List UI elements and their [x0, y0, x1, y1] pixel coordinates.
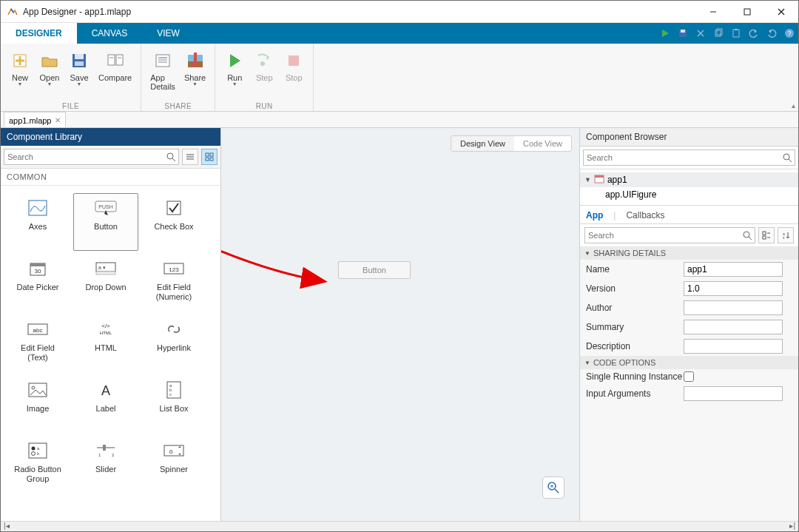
- cut-quick-icon[interactable]: [692, 23, 709, 44]
- categorized-view-button[interactable]: [758, 227, 775, 243]
- hyperlink-icon: [165, 320, 183, 339]
- version-input[interactable]: [684, 281, 783, 296]
- component-spinner[interactable]: 0Spinner: [141, 436, 206, 494]
- scroll-right-icon[interactable]: ▸|: [789, 522, 795, 531]
- canvas-button-component[interactable]: Button: [338, 261, 411, 279]
- run-button[interactable]: Run▼: [220, 47, 249, 102]
- component-list-box[interactable]: abcList Box: [141, 375, 206, 433]
- help-quick-icon[interactable]: ?: [781, 23, 798, 44]
- scroll-left-icon[interactable]: |◂: [4, 522, 10, 531]
- callbacks-tab[interactable]: Callbacks: [626, 210, 664, 220]
- component-button[interactable]: PUSHButton: [73, 193, 138, 251]
- minimize-button[interactable]: [696, 1, 730, 23]
- app-tab[interactable]: App: [586, 210, 603, 220]
- svg-text:30: 30: [35, 268, 41, 275]
- component-html[interactable]: </>HTMLHTML: [73, 314, 138, 372]
- app-details-icon: [152, 48, 173, 73]
- copy-quick-icon[interactable]: [709, 23, 727, 44]
- zoom-fit-button[interactable]: [542, 477, 564, 499]
- component-image[interactable]: Image: [5, 375, 70, 433]
- group-file-label: FILE: [5, 102, 136, 111]
- save-icon: [69, 48, 90, 73]
- component-axes[interactable]: Axes: [5, 193, 70, 251]
- design-view-button[interactable]: Design View: [451, 136, 514, 151]
- svg-rect-31: [194, 53, 197, 67]
- code-options-section[interactable]: ▼CODE OPTIONS: [580, 356, 798, 369]
- redo-quick-icon[interactable]: [763, 23, 781, 44]
- category-common-header: COMMON: [1, 169, 220, 186]
- svg-text:a ▾: a ▾: [98, 265, 106, 270]
- share-button[interactable]: Share▼: [180, 47, 210, 102]
- svg-text:2: 2: [112, 453, 115, 457]
- component-slider[interactable]: 12Slider: [73, 436, 138, 494]
- horizontal-scroll-bar[interactable]: |◂ ▸|: [1, 521, 798, 531]
- svg-rect-67: [29, 443, 47, 458]
- sharing-details-section[interactable]: ▼SHARING DETAILS: [580, 246, 798, 260]
- summary-input[interactable]: [684, 320, 783, 334]
- listbox-icon: abc: [166, 380, 181, 400]
- author-label: Author: [586, 303, 684, 313]
- component-label[interactable]: ALabel: [73, 375, 138, 433]
- document-tab-close-icon[interactable]: ✕: [55, 116, 61, 124]
- description-input[interactable]: [684, 339, 783, 354]
- alphabetical-view-button[interactable]: az: [778, 227, 794, 243]
- component-radio-button-group[interactable]: abRadio Button Group: [5, 436, 70, 494]
- svg-text:123: 123: [169, 266, 179, 273]
- svg-rect-1: [744, 9, 750, 15]
- search-icon: [166, 152, 176, 165]
- tree-child[interactable]: app.UIFigure: [580, 187, 798, 202]
- property-search-input[interactable]: [584, 227, 755, 243]
- view-list-button[interactable]: [182, 149, 198, 165]
- numeric-field-icon: 123: [163, 259, 184, 278]
- html-icon: </>HTML: [96, 320, 115, 339]
- component-edit-field-text[interactable]: abcEdit Field (Text): [5, 314, 70, 372]
- view-grid-button[interactable]: [201, 149, 218, 165]
- open-icon: [39, 48, 60, 73]
- input-arguments-input[interactable]: [684, 386, 783, 401]
- svg-rect-34: [289, 55, 299, 66]
- open-button[interactable]: Open▼: [35, 47, 64, 102]
- single-running-instance-checkbox[interactable]: [684, 371, 694, 382]
- compare-label: Compare: [98, 73, 132, 82]
- tree-root[interactable]: ▼ app1: [580, 172, 798, 187]
- view-toggle: Design View Code View: [451, 135, 572, 152]
- new-button[interactable]: New▼: [5, 47, 35, 102]
- maximize-button[interactable]: [730, 1, 764, 23]
- name-input[interactable]: [684, 262, 783, 277]
- component-date-picker[interactable]: 30Date Picker: [5, 254, 70, 312]
- text-field-icon: abc: [27, 320, 48, 339]
- code-view-button[interactable]: Code View: [514, 136, 571, 151]
- component-search-input[interactable]: [4, 149, 179, 165]
- svg-rect-20: [75, 61, 84, 66]
- run-icon: [224, 48, 245, 73]
- close-button[interactable]: [764, 1, 798, 23]
- svg-text:HTML: HTML: [100, 331, 112, 335]
- toolstrip: New▼ Open▼ Save▼ Compare▼ FILE: [1, 44, 798, 112]
- checkbox-icon: [166, 198, 182, 218]
- component-edit-field-numeric[interactable]: 123Edit Field (Numeric): [141, 254, 206, 312]
- paste-quick-icon[interactable]: [727, 23, 745, 44]
- document-tab[interactable]: app1.mlapp ✕: [4, 112, 66, 127]
- compare-button[interactable]: Compare▼: [94, 47, 136, 102]
- svg-point-61: [32, 386, 35, 389]
- undo-quick-icon[interactable]: [745, 23, 763, 44]
- author-input[interactable]: [684, 300, 783, 315]
- expand-icon[interactable]: ▼: [584, 176, 591, 183]
- design-canvas-panel: Design View Code View Button: [221, 128, 579, 521]
- svg-rect-10: [735, 29, 738, 30]
- app-details-button[interactable]: App Details: [146, 47, 180, 102]
- svg-rect-89: [763, 232, 766, 235]
- component-drop-down[interactable]: a ▾Drop Down: [73, 254, 138, 312]
- browser-search-input[interactable]: [583, 149, 795, 166]
- run-quick-icon[interactable]: [656, 23, 674, 44]
- component-checkbox[interactable]: Check Box: [141, 193, 206, 251]
- component-hyperlink[interactable]: Hyperlink: [141, 314, 206, 372]
- tab-designer[interactable]: DESIGNER: [1, 23, 77, 44]
- tab-view[interactable]: VIEW: [142, 23, 195, 44]
- tab-canvas[interactable]: CANVAS: [77, 23, 142, 44]
- save-quick-icon[interactable]: [674, 23, 692, 44]
- save-button[interactable]: Save▼: [64, 47, 94, 102]
- collapse-ribbon-icon[interactable]: ▴: [792, 101, 795, 110]
- design-canvas[interactable]: Button: [229, 159, 572, 503]
- svg-text:b: b: [37, 451, 40, 456]
